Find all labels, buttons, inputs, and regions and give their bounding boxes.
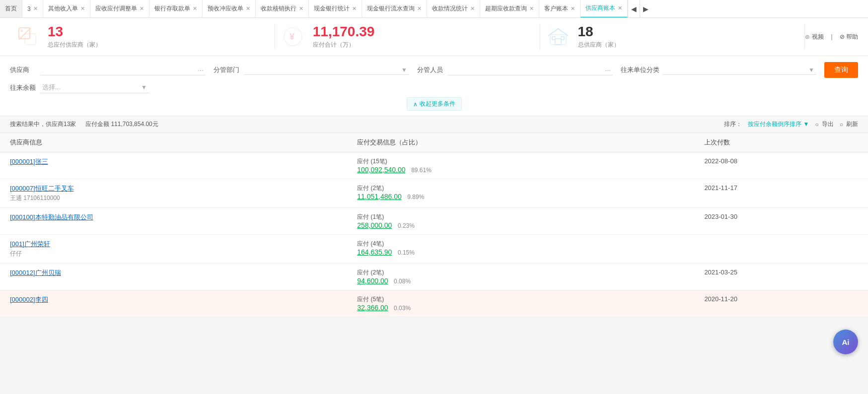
result-separator — [78, 121, 84, 128]
nav-tab-supplier-ledger[interactable]: 供应商账本 ✕ — [580, 0, 628, 18]
filter-supplier-label: 供应商 — [10, 66, 37, 74]
nav-tab-home[interactable]: 首页 — [0, 0, 22, 18]
person-input[interactable] — [449, 66, 603, 73]
nav-tab-cash-stat-close[interactable]: ✕ — [352, 5, 357, 12]
supplier-dots-icon[interactable]: ··· — [198, 66, 204, 74]
last-payment-date: 2020-11-20 — [704, 295, 737, 303]
summary-item-ap-total: ¥ 11,170.39 应付合计（万） — [275, 24, 540, 50]
balance-chevron-icon: ▼ — [141, 84, 147, 91]
ap-pct: 0.15% — [398, 249, 415, 256]
table-cell-supplier: [001]广州荣轩仔仔 — [0, 235, 347, 263]
filter-item-dept: 分管部门 ▼ — [214, 65, 409, 75]
refresh-button[interactable]: ○ 刷新 — [840, 120, 858, 129]
sort-value[interactable]: 按应付余额倒序排序 ▼ — [748, 120, 809, 129]
nav-tab-cash-stat[interactable]: 现金银行统计 ✕ — [309, 0, 362, 18]
nav-tab-supplier-ledger-close[interactable]: ✕ — [618, 5, 622, 11]
nav-tab-3-label: 3 — [27, 5, 31, 12]
person-input-wrapper: ··· — [447, 65, 613, 75]
video-link[interactable]: ⊙ 视频 — [805, 33, 823, 41]
help-link[interactable]: ⊘ 帮助 — [840, 33, 858, 41]
sort-label: 排序： — [724, 120, 742, 129]
nav-tab-cash-flow-close[interactable]: ✕ — [417, 5, 422, 12]
nav-tab-ar-ap-adjust[interactable]: 应收应付调整单 ✕ — [90, 0, 149, 18]
sort-area: 排序： 按应付余额倒序排序 ▼ ○ 导出 ○ 刷新 — [724, 120, 858, 129]
nav-tab-customer-ledger[interactable]: 客户账本 ✕ — [539, 0, 580, 18]
supplier-link-1[interactable]: [000007]恒旺二手叉车 — [10, 185, 74, 192]
filter-dept-label: 分管部门 — [214, 66, 241, 74]
ap-amount[interactable]: 258,000.00 — [357, 221, 392, 229]
table-row: [001]广州荣轩仔仔 应付 (4笔) 164,635.90 0.15% — [0, 235, 868, 263]
supplier-sub-info: 王通 17106110000 — [10, 194, 337, 202]
nav-tab-customer-ledger-label: 客户账本 — [544, 4, 568, 13]
collapse-button[interactable]: ∧ 收起更多条件 — [407, 97, 462, 111]
unit-class-select-wrapper[interactable]: ▼ — [662, 65, 816, 75]
ap-amount[interactable]: 11,051,486.00 — [357, 193, 402, 200]
supplier-input[interactable] — [42, 66, 196, 73]
nav-tab-bank-deposit-close[interactable]: ✕ — [193, 5, 197, 12]
filter-area: 供应商 ··· 分管部门 ▼ 分管人员 ··· 往来单位分类 ▼ — [0, 56, 868, 116]
nav-tab-ar-ap-adjust-label: 应收应付调整单 — [95, 4, 137, 13]
supplier-link-4[interactable]: [000012]广州贝瑞 — [10, 269, 61, 276]
balance-select-wrapper[interactable]: 选择... ▼ — [40, 82, 149, 93]
ap-label: 应付 (4笔) — [357, 240, 684, 248]
export-button[interactable]: ○ 导出 — [815, 120, 834, 129]
table-cell-ap-info: 应付 (1笔) 258,000.00 0.23% — [347, 208, 694, 235]
nav-tab-overdue-ar-close[interactable]: ✕ — [529, 5, 534, 12]
supplier-input-wrapper: ··· — [40, 65, 206, 75]
query-button[interactable]: 查询 — [824, 62, 858, 78]
nav-tab-other-income[interactable]: 其他收入单 ✕ — [43, 0, 90, 18]
last-payment-date: 2023-01-30 — [704, 213, 737, 220]
export-icon: ○ — [815, 121, 819, 128]
ap-amount[interactable]: 100,092,540.00 — [357, 166, 405, 174]
ap-amount[interactable]: 164,635.90 — [357, 248, 392, 256]
ap-amount[interactable]: 32,366.00 — [357, 304, 388, 312]
last-payment-date: 2021-11-17 — [704, 184, 737, 192]
unit-class-input[interactable] — [664, 66, 806, 73]
dept-input[interactable] — [246, 66, 399, 73]
payable-suppliers-label: 总应付供应商（家） — [48, 41, 101, 49]
table-header: 供应商信息 应付交易信息（占比） 上次付数 — [0, 133, 868, 152]
table-cell-ap-info: 应付 (2笔) 11,051,486.00 9.89% — [347, 179, 694, 208]
nav-tab-receipt-stat-close[interactable]: ✕ — [470, 5, 475, 12]
table-cell-ap-info: 应付 (5笔) 32,366.00 0.03% — [347, 290, 694, 317]
nav-tab-receipt-verify[interactable]: 收款核销执行 ✕ — [256, 0, 309, 18]
person-dots-icon[interactable]: ··· — [605, 66, 611, 74]
nav-prev-arrow[interactable]: ◀ — [628, 0, 640, 18]
ap-label: 应付 (2笔) — [357, 268, 684, 277]
nav-tab-cash-flow[interactable]: 现金银行流水查询 ✕ — [362, 0, 427, 18]
nav-tab-receipt-verify-close[interactable]: ✕ — [299, 5, 303, 12]
ap-pct: 9.89% — [407, 194, 424, 200]
nav-tab-overdue-ar[interactable]: 超期应收款查询 ✕ — [480, 0, 539, 18]
nav-tab-3-close[interactable]: ✕ — [33, 5, 38, 12]
table-row: [000012]广州贝瑞 应付 (2笔) 94,600.00 0.08% 202… — [0, 263, 868, 290]
nav-tab-prepay-offset[interactable]: 预收冲应收单 ✕ — [203, 0, 256, 18]
ap-label: 应付 (15笔) — [357, 157, 684, 166]
nav-tab-receipt-stat[interactable]: 收款情况统计 ✕ — [427, 0, 480, 18]
nav-tab-other-income-close[interactable]: ✕ — [80, 5, 85, 12]
nav-tab-bank-deposit[interactable]: 银行存取款单 ✕ — [149, 0, 203, 18]
table-cell-last-payment — [694, 235, 868, 263]
nav-tab-other-income-label: 其他收入单 — [48, 4, 78, 13]
supplier-link-3[interactable]: [001]广州荣轩 — [10, 240, 50, 248]
collapse-up-icon: ∧ — [413, 101, 418, 108]
nav-tab-ar-ap-adjust-close[interactable]: ✕ — [140, 5, 144, 12]
filter-item-supplier: 供应商 ··· — [10, 65, 206, 75]
filter-item-unit-class: 往来单位分类 ▼ — [621, 65, 816, 75]
supplier-link-5[interactable]: [000002]李四 — [10, 296, 48, 303]
nav-next-arrow[interactable]: ▶ — [640, 0, 651, 18]
supplier-link-0[interactable]: [000001]张三 — [10, 158, 48, 165]
table-cell-last-payment: 2021-11-17 — [694, 179, 868, 208]
col-supplier-info: 供应商信息 — [0, 133, 347, 152]
supplier-sub-info: 仔仔 — [10, 250, 337, 258]
dept-select-wrapper[interactable]: ▼ — [244, 65, 409, 75]
ap-amount[interactable]: 94,600.00 — [357, 277, 388, 285]
nav-tab-3[interactable]: 3 ✕ — [22, 0, 43, 18]
supplier-link-2[interactable]: [000100]本特勤油品有限公司 — [10, 213, 93, 221]
nav-tab-prepay-offset-close[interactable]: ✕ — [246, 5, 250, 12]
table-cell-supplier: [000007]恒旺二手叉车王通 17106110000 — [0, 179, 347, 208]
col-ap-info: 应付交易信息（占比） — [347, 133, 694, 152]
svg-rect-9 — [561, 37, 564, 40]
export-label: 导出 — [822, 120, 834, 129]
nav-tab-customer-ledger-close[interactable]: ✕ — [571, 5, 575, 12]
summary-bar: 13 总应付供应商（家） ¥ 11,170.39 应付合计（万） 1 — [0, 18, 868, 56]
